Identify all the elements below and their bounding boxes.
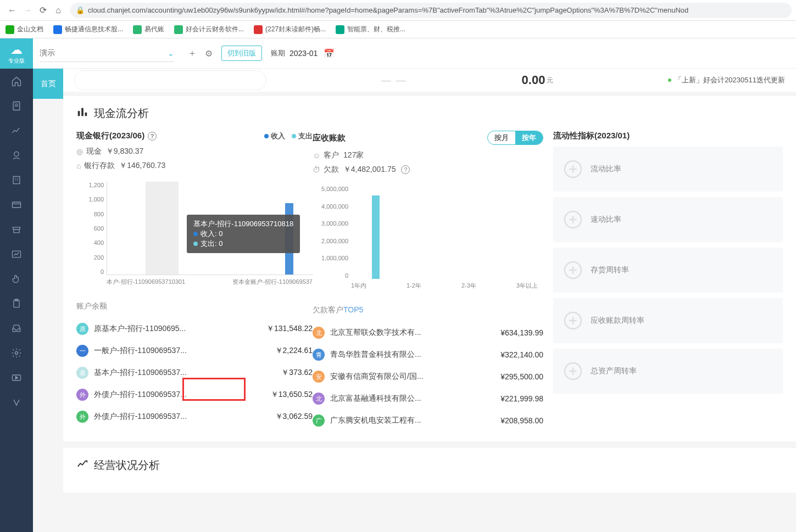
- cloud-upload-icon: ☁: [10, 43, 23, 57]
- debtor-row[interactable]: 安安徽有信商贸有限公司/国...¥295,500.00: [313, 366, 543, 388]
- indicators-title: 流动性指标(2023/01): [553, 131, 783, 141]
- reload-button[interactable]: ⟳: [35, 3, 51, 18]
- zero-value: 0.00: [522, 73, 545, 87]
- debtor-row[interactable]: 北北京互帮联众数字技术有...¥634,139.99: [313, 322, 543, 344]
- nav-clipboard-icon[interactable]: [0, 291, 33, 316]
- user-icon: ☺: [313, 151, 320, 160]
- search-oval[interactable]: [74, 70, 266, 90]
- switch-old-button[interactable]: 切到旧版: [221, 46, 262, 61]
- bookmark[interactable]: 畅捷通信息技术股...: [53, 25, 123, 34]
- account-badge: 外: [76, 389, 88, 401]
- nav-chart-icon[interactable]: [0, 118, 33, 143]
- bookmark[interactable]: 好会计云财务软件...: [174, 25, 244, 34]
- bookmark[interactable]: 易代账: [133, 25, 164, 34]
- account-row[interactable]: 外外债户-招行-1109069537...￥13,650.52: [76, 384, 313, 406]
- nav-home-icon[interactable]: [0, 69, 33, 93]
- org-select[interactable]: 演示 ⌄: [40, 44, 174, 62]
- nav-v-icon[interactable]: [0, 390, 33, 415]
- svg-rect-2: [13, 176, 20, 183]
- bank-bar-chart: 1,2001,0008006004002000 基本户-招行-110906953…: [76, 182, 313, 292]
- indicator-card[interactable]: 流动比率: [553, 147, 783, 192]
- favicon: [174, 25, 183, 34]
- indicator-icon: [562, 209, 584, 231]
- coin-icon: ◎: [76, 147, 83, 156]
- ops-panel: 经营状况分析: [63, 448, 796, 492]
- nav-gear-icon[interactable]: [0, 340, 33, 365]
- period-label: 账期: [271, 48, 285, 58]
- favicon: [53, 25, 62, 34]
- debtor-row[interactable]: 青青岛华胜普金科技有限公...¥322,140.00: [313, 344, 543, 366]
- cashflow-panel: 现金流分析 现金银行(2023/06) ? 收入 支出: [63, 96, 796, 441]
- bookmark[interactable]: 智能票、财、税推...: [336, 25, 405, 34]
- favicon: [254, 25, 263, 34]
- toggle-month[interactable]: 按月: [488, 131, 515, 144]
- gear-icon[interactable]: ⚙: [201, 45, 217, 61]
- svg-point-1: [14, 152, 19, 156]
- nav-building-icon[interactable]: [0, 167, 33, 192]
- org-name: 演示: [40, 48, 55, 58]
- toggle-year[interactable]: 按年: [515, 131, 543, 144]
- bookmark[interactable]: (227封未读邮件)畅...: [254, 25, 326, 34]
- account-row[interactable]: 基基本户-招行-1109069537...￥373.62: [76, 362, 313, 384]
- account-row[interactable]: 外外债户-招行-1109069537...￥3,062.59: [76, 406, 313, 428]
- indicator-card[interactable]: 应收账款周转率: [553, 298, 783, 343]
- cashflow-title: 现金流分析: [76, 106, 783, 121]
- calendar-icon[interactable]: 📅: [321, 45, 337, 61]
- clock-icon: ⏱: [313, 165, 320, 174]
- indicator-icon: [562, 259, 584, 281]
- debtor-row[interactable]: 广广东腾安机电安装工程有...¥208,958.00: [313, 410, 543, 432]
- help-icon[interactable]: ?: [148, 132, 157, 141]
- bookmark[interactable]: 金山文档: [5, 25, 43, 34]
- chevron-down-icon: ⌄: [168, 49, 174, 58]
- debtor-badge: 北: [313, 393, 325, 405]
- debtor-row[interactable]: 北北京富基融通科技有限公...¥221,999.98: [313, 388, 543, 410]
- cash-bank-section: 现金银行(2023/06) ? 收入 支出 ◎现金 ￥9,830.37 ⌂银行存…: [76, 131, 313, 432]
- nav-inbox-icon[interactable]: [0, 316, 33, 340]
- nav-shop-icon[interactable]: [0, 217, 33, 242]
- receivable-bar-chart: 5,000,0004,000,0003,000,0002,000,0001,00…: [313, 186, 543, 295]
- favicon: [133, 25, 142, 34]
- home-button[interactable]: ⌂: [51, 3, 66, 18]
- indicator-card[interactable]: 存货周转率: [553, 248, 783, 293]
- receivable-section: 应收账款 按月 按年 ☺客户 127家 ⏱欠款 ￥4,482,001.75 ? …: [313, 131, 543, 432]
- account-row[interactable]: 原原基本户-招行-11090695...￥131,548.22: [76, 318, 313, 340]
- account-row[interactable]: 一一般户-招行-1109069537...￥2,224.61: [76, 340, 313, 362]
- favicon: [336, 25, 344, 34]
- indicators-section: 流动性指标(2023/01) 流动比率速动比率存货周转率应收账款周转率总资产周转…: [553, 131, 783, 432]
- debtor-badge: 安: [313, 371, 325, 383]
- top-header: 演示 ⌄ ＋ ⚙ 切到旧版 账期 2023-01 📅: [33, 38, 796, 69]
- nav-dashboard-icon[interactable]: [0, 242, 33, 266]
- cash-bank-title: 现金银行(2023/06): [76, 131, 144, 141]
- forward-button[interactable]: →: [20, 3, 35, 18]
- legend-in-dot: [264, 134, 269, 138]
- url-bar[interactable]: 🔒 cloud.chanjet.com /accounting/uw1eb00z…: [70, 3, 792, 18]
- yuan-label: 元: [547, 76, 553, 85]
- nav-card-icon[interactable]: [0, 192, 33, 217]
- app-logo[interactable]: ☁ 专业版: [0, 38, 33, 69]
- svg-rect-10: [81, 108, 84, 116]
- back-button[interactable]: ←: [4, 3, 20, 18]
- sidebar: ☁ 专业版: [0, 38, 33, 532]
- tab-strip: 首页: [33, 69, 63, 99]
- dot-icon: [668, 79, 671, 82]
- account-badge: 基: [76, 367, 88, 379]
- nav-doc-icon[interactable]: [0, 93, 33, 118]
- svg-rect-9: [78, 111, 80, 116]
- nav-money-icon[interactable]: [0, 143, 33, 167]
- help-icon[interactable]: ?: [401, 165, 410, 174]
- nav-hand-icon[interactable]: [0, 266, 33, 291]
- add-button[interactable]: ＋: [184, 45, 201, 61]
- receivable-title: 应收账款: [313, 133, 346, 143]
- indicator-card[interactable]: 总资产周转率: [553, 349, 783, 394]
- url-path: /accounting/uw1eb00zy96w/s9unk6yypw/idx.…: [146, 6, 689, 14]
- news-item[interactable]: 「上新」好会计20230511迭代更新: [668, 75, 785, 85]
- indicator-icon: [562, 158, 584, 180]
- period-value[interactable]: 2023-01: [290, 49, 318, 58]
- nav-video-icon[interactable]: [0, 365, 33, 390]
- svg-rect-11: [85, 113, 87, 116]
- tab-home[interactable]: 首页: [33, 69, 63, 99]
- indicator-card[interactable]: 速动比率: [553, 197, 783, 242]
- svg-rect-3: [13, 202, 21, 208]
- period-toggle[interactable]: 按月 按年: [487, 131, 543, 145]
- balance-title: 账户余额: [76, 301, 313, 311]
